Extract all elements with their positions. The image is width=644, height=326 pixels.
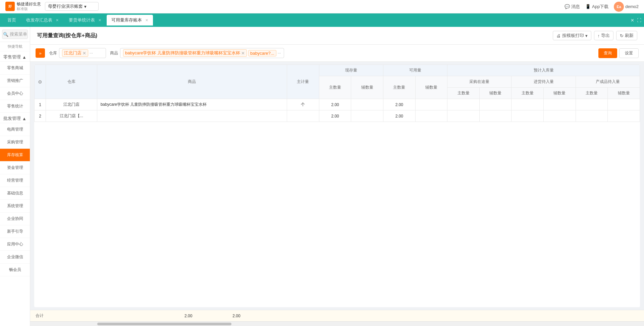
- tab-receipts[interactable]: 收发存汇总表 ✕: [21, 15, 63, 26]
- cell-row-num: 2: [35, 110, 46, 122]
- sidebar-item-shortcut[interactable]: 快捷导航: [0, 42, 30, 51]
- search-menu-button[interactable]: 🔍 搜索菜单: [2, 30, 28, 39]
- export-button[interactable]: ↑ 导出: [594, 31, 614, 40]
- nav-right-controls: ✕ ⛶: [631, 18, 641, 23]
- product-tag-1: babycare学饮杯 儿童防摔防撞吸管杯重力球吸嘴杯宝宝水杯 ✕: [123, 49, 247, 57]
- sidebar-item-marketing[interactable]: 营销推广: [0, 75, 30, 87]
- cell-incoming-sub: [544, 110, 576, 122]
- col-current-sub-header: 辅数量: [351, 76, 383, 99]
- settings-button[interactable]: 设置: [619, 48, 639, 58]
- cell-product-sub: [608, 99, 640, 110]
- expand-icon[interactable]: ⛶: [637, 18, 641, 23]
- nav-tabs: 首页 收发存汇总表 ✕ 要货单统计表 ✕ 可用量库存账本 ✕ ✕ ⛶: [0, 13, 644, 27]
- sidebar-item-wholesale[interactable]: 批发管理 ▲: [0, 113, 30, 123]
- refresh-icon: ↻: [620, 33, 624, 38]
- col-incoming-wait-header: 进货待入量: [512, 76, 576, 88]
- warehouse-filter-label: 仓库: [49, 50, 57, 56]
- cell-available-sub: [415, 110, 447, 122]
- page-header: 可用量查询(按仓库+商品) 🖨 按模板打印 ▾ ↑ 导出 ↻ 刷新: [30, 27, 644, 45]
- cell-warehouse: 江北门店: [46, 99, 97, 110]
- sidebar-item-finance[interactable]: 资金管理: [0, 161, 30, 174]
- user-profile[interactable]: Ea demo2: [614, 2, 639, 12]
- refresh-button[interactable]: ↻ 刷新: [616, 31, 637, 40]
- tab-home[interactable]: 首页: [3, 15, 21, 26]
- message-icon: 💬: [565, 4, 570, 9]
- col-product-wait-header: 产成品待入量: [576, 76, 640, 88]
- logo-text: 畅捷通好生意: [17, 2, 41, 6]
- sidebar-item-member[interactable]: 会员中心: [0, 87, 30, 100]
- summary-available-main: 2.00: [232, 314, 240, 318]
- sidebar-item-base-info[interactable]: 基础信息: [0, 187, 30, 200]
- sidebar-item-inventory[interactable]: 库存核算: [0, 149, 30, 161]
- table-row: 2 江北门店【... 2.00 2.00: [35, 110, 640, 122]
- query-button[interactable]: 查询: [598, 48, 617, 58]
- order-stats-tab-label: 要货单统计表: [69, 17, 95, 23]
- sidebar-item-sys-mgmt[interactable]: 系统管理: [0, 200, 30, 213]
- filter-bar: » 仓库 江北门店 ✕ ··· 商品 babycare学饮杯 儿童防摔防撞吸管杯…: [30, 45, 644, 62]
- app-icon: 📱: [585, 4, 591, 9]
- export-icon: ↑: [598, 33, 600, 38]
- page-header-actions: 🖨 按模板打印 ▾ ↑ 导出 ↻ 刷新: [553, 31, 638, 44]
- cell-warehouse: 江北门店【...: [46, 110, 97, 122]
- warehouse-tag-label: 江北门店: [64, 50, 82, 56]
- sidebar-item-ecommerce[interactable]: 电商管理: [0, 123, 30, 136]
- close-all-icon[interactable]: ✕: [631, 18, 634, 23]
- message-button[interactable]: 💬 消息: [565, 4, 580, 10]
- summary-bar: 合计 2.00 2.00: [30, 310, 644, 321]
- sidebar-item-enterprise[interactable]: 企业协同: [0, 213, 30, 225]
- main-layout: 🔍 搜索菜单 快捷导航 零售管理 ▲ 零售商城 营销推广 会员中心 零售统计 批…: [0, 27, 644, 326]
- col-incoming-header: 预计入库量: [447, 65, 640, 76]
- cell-product-sub: [608, 110, 640, 122]
- product-tag-1-close[interactable]: ✕: [241, 51, 245, 56]
- cell-current-sub: [351, 110, 383, 122]
- cell-product-main: [576, 110, 608, 122]
- col-available-sub-header: 辅数量: [415, 76, 447, 99]
- sidebar-item-vip[interactable]: 畅会员: [0, 264, 30, 276]
- close-receipts-icon[interactable]: ✕: [56, 18, 59, 22]
- col-warehouse-header: 仓库: [46, 65, 97, 99]
- industry-label: 母婴行业演示账套: [48, 3, 83, 9]
- industry-selector[interactable]: 母婴行业演示账套 ▾: [45, 2, 99, 11]
- product-filter-label: 商品: [110, 50, 118, 56]
- warehouse-tag-close[interactable]: ✕: [83, 51, 86, 56]
- close-available-icon[interactable]: ✕: [145, 18, 148, 22]
- sidebar-item-wechat[interactable]: 企业微信: [0, 251, 30, 264]
- logo-area: 好 畅捷通好生意 标准版: [5, 2, 41, 11]
- page-title: 可用量查询(按仓库+商品): [37, 32, 97, 43]
- wholesale-label: 批发管理: [3, 115, 21, 122]
- sidebar-item-operations[interactable]: 经营管理: [0, 174, 30, 187]
- col-current-header: 现存量: [319, 65, 383, 76]
- print-label: 按模板打印: [562, 33, 584, 39]
- scroll-thumb[interactable]: [97, 323, 231, 325]
- horizontal-scrollbar[interactable]: [30, 321, 644, 326]
- chevron-down-icon: ▾: [585, 33, 588, 38]
- sidebar-item-retail-mgmt[interactable]: 零售管理 ▲: [0, 51, 30, 62]
- sidebar-item-retail-stats[interactable]: 零售统计: [0, 100, 30, 113]
- cell-unit: 个: [287, 99, 319, 110]
- top-bar: 好 畅捷通好生意 标准版 母婴行业演示账套 ▾ 💬 消息 📱 App下载 Ea …: [0, 0, 644, 13]
- app-download-button[interactable]: 📱 App下载: [585, 4, 608, 10]
- product-more[interactable]: ···: [278, 51, 281, 55]
- top-bar-right: 💬 消息 📱 App下载 Ea demo2: [565, 2, 639, 12]
- table-row: 1 江北门店 babycare学饮杯 儿童防摔防撞吸管杯重力球吸嘴杯宝宝水杯 个…: [35, 99, 640, 110]
- filter-expand-button[interactable]: »: [36, 48, 45, 58]
- tab-available[interactable]: 可用量库存账本 ✕: [107, 15, 153, 26]
- chevron-icon: ▲: [22, 55, 26, 60]
- warehouse-more[interactable]: ···: [90, 51, 93, 55]
- sidebar-item-new-guide[interactable]: 新手引导: [0, 225, 30, 238]
- tab-order-stats[interactable]: 要货单统计表 ✕: [64, 15, 106, 26]
- product-input[interactable]: babycare学饮杯 儿童防摔防撞吸管杯重力球吸嘴杯宝宝水杯 ✕ babyca…: [120, 48, 284, 58]
- col-product-sub-header: 辅数量: [608, 88, 640, 99]
- logo-icon: 好: [5, 2, 15, 11]
- column-settings-icon[interactable]: ⚙: [38, 79, 42, 85]
- close-order-stats-icon[interactable]: ✕: [98, 18, 101, 22]
- export-label: 导出: [601, 33, 610, 39]
- sidebar-item-retail-mall[interactable]: 零售商城: [0, 62, 30, 75]
- print-button[interactable]: 🖨 按模板打印 ▾: [553, 31, 591, 40]
- sidebar-item-purchase[interactable]: 采购管理: [0, 136, 30, 149]
- avatar: Ea: [614, 2, 624, 12]
- product-filter-group: 商品 babycare学饮杯 儿童防摔防撞吸管杯重力球吸嘴杯宝宝水杯 ✕ bab…: [110, 48, 284, 58]
- warehouse-input[interactable]: 江北门店 ✕ ···: [59, 48, 106, 58]
- sidebar-item-app-center[interactable]: 应用中心: [0, 238, 30, 251]
- cell-product: [97, 110, 287, 122]
